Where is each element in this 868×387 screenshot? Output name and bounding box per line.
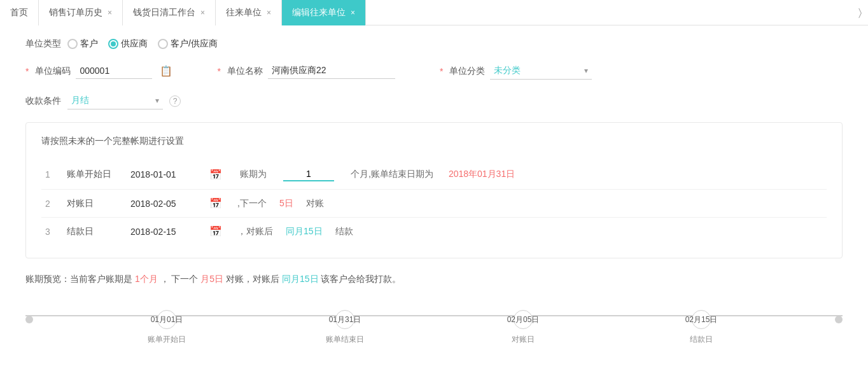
step-date-1: 2018-01-01 — [130, 169, 194, 179]
tab-home[interactable]: 首页 — [0, 0, 39, 25]
tab-home-label: 首页 — [10, 7, 28, 18]
code-name-row: * 单位编码 📋 * 单位名称 * 单位分类 未分类 ▾ — [25, 62, 843, 80]
step-3-desc-suffix: 结款 — [335, 226, 353, 237]
preview-p2-prefix: 下一个 — [171, 274, 198, 284]
timeline-dot-end — [835, 316, 843, 323]
timeline-label-2: 账单结束日 — [326, 334, 364, 345]
timeline-points: 01月01日 账单开始日 01月31日 账单结束日 02月05日 对账日 — [25, 310, 843, 345]
step-1-calendar-icon[interactable]: 📅 — [209, 169, 222, 181]
preview-p2: 月5日 — [200, 274, 223, 284]
tab-sales-history-label: 销售订单历史 — [49, 7, 102, 18]
category-value: 未分类 — [494, 65, 580, 76]
timeline-point-4: 02月15日 结款日 — [657, 310, 746, 345]
payment-arrow-icon: ▾ — [155, 96, 159, 105]
step-date-2: 2018-02-05 — [130, 199, 194, 209]
timeline-circle-3: 02月05日 — [514, 310, 533, 329]
preview-p2-suffix: 对账，对账后 — [226, 274, 279, 284]
radio-supplier[interactable]: 供应商 — [108, 38, 148, 50]
unit-type-label: 单位类型 — [25, 38, 61, 50]
tabs-right-arrow[interactable]: 〉 — [852, 7, 868, 18]
step-3-desc-highlight: 同月15日 — [286, 226, 323, 237]
timeline-label-4: 结款日 — [690, 334, 713, 345]
tab-partner-close[interactable]: × — [267, 8, 271, 17]
tab-cash-work-close[interactable]: × — [200, 8, 205, 17]
radio-both-circle — [158, 39, 168, 49]
timeline-label-3: 对账日 — [512, 334, 535, 345]
unit-type-row: 单位类型 客户 供应商 客户/供应商 — [25, 38, 843, 50]
timeline-date-1: 01月01日 — [151, 314, 183, 325]
payment-select[interactable]: 月结 ▾ — [67, 92, 163, 109]
timeline-circle-1: 01月01日 — [157, 310, 176, 329]
payment-help-icon[interactable]: ? — [169, 95, 181, 107]
tab-sales-history-close[interactable]: × — [108, 8, 112, 17]
page-content: 单位类型 客户 供应商 客户/供应商 * 单位编码 📋 * 单位名称 — [0, 25, 868, 387]
step-1-period-label: 账期为 — [240, 169, 267, 180]
step-num-3: 3 — [41, 227, 54, 237]
step-row-3: 3 结款日 2018-02-15 📅 ，对账后 同月15日 结款 — [41, 218, 827, 245]
step-3-calendar-icon[interactable]: 📅 — [209, 225, 222, 237]
tab-edit-partner-close[interactable]: × — [351, 8, 355, 17]
radio-customer[interactable]: 客户 — [67, 38, 98, 50]
preview-text: 账期预览：当前客户账期是 1个月 ， 下一个 月5日 对账，对账后 同月15日 … — [25, 271, 843, 287]
timeline-date-2: 01月31日 — [329, 314, 361, 325]
step-row-1: 1 账单开始日 2018-01-01 📅 账期为 个月,账单结束日期为 2018… — [41, 160, 827, 190]
tab-sales-history[interactable]: 销售订单历史 × — [39, 0, 123, 25]
payment-label: 收款条件 — [25, 95, 61, 107]
category-arrow-icon: ▾ — [584, 66, 588, 75]
timeline-point-2: 01月31日 账单结束日 — [300, 310, 389, 345]
radio-supplier-label: 供应商 — [121, 38, 148, 50]
tab-cash-work[interactable]: 钱货日清工作台 × — [123, 0, 216, 25]
code-group: * 单位编码 📋 — [25, 63, 172, 79]
step-2-desc-prefix: ,下一个 — [237, 198, 267, 209]
timeline-label-1: 账单开始日 — [148, 334, 186, 345]
payment-row: 收款条件 月结 ▾ ? — [25, 92, 843, 109]
code-required: * — [25, 66, 29, 76]
section-title: 请按照未来的一个完整帐期进行设置 — [41, 136, 827, 147]
step-2-calendar-icon[interactable]: 📅 — [209, 197, 222, 209]
payment-value: 月结 — [71, 95, 151, 106]
step-date-3: 2018-02-15 — [130, 227, 194, 237]
tab-partner-label: 往来单位 — [226, 7, 262, 18]
period-value-input[interactable] — [283, 167, 334, 181]
radio-both[interactable]: 客户/供应商 — [158, 38, 218, 50]
tab-partner[interactable]: 往来单位 × — [216, 0, 282, 25]
step-label-2: 对账日 — [67, 198, 118, 209]
timeline-date-3: 02月05日 — [507, 314, 540, 325]
name-group: * 单位名称 — [217, 63, 395, 79]
step-3-desc-prefix: ，对账后 — [237, 226, 273, 237]
tabs-bar: 首页 销售订单历史 × 钱货日清工作台 × 往来单位 × 编辑往来单位 × 〉 — [0, 0, 868, 25]
preview-p3-suffix: 该客户会给我打款。 — [321, 274, 401, 284]
tab-edit-partner-label: 编辑往来单位 — [292, 7, 346, 18]
category-select[interactable]: 未分类 ▾ — [490, 62, 592, 80]
period-section: 请按照未来的一个完整帐期进行设置 1 账单开始日 2018-01-01 📅 账期… — [25, 122, 843, 258]
radio-supplier-circle — [108, 39, 118, 49]
timeline-dot-start — [25, 316, 33, 323]
preview-p3: 同月15日 — [282, 274, 319, 284]
step-num-2: 2 — [41, 199, 54, 209]
copy-icon[interactable]: 📋 — [160, 65, 172, 77]
timeline-point-3: 02月05日 对账日 — [479, 310, 568, 345]
tab-edit-partner[interactable]: 编辑往来单位 × — [282, 0, 366, 25]
step-label-3: 结款日 — [67, 226, 118, 237]
timeline-circle-2: 01月31日 — [335, 310, 354, 329]
radio-customer-circle — [67, 39, 78, 49]
name-input[interactable] — [268, 63, 395, 79]
timeline-date-4: 02月15日 — [685, 314, 718, 325]
timeline-point-1: 01月01日 账单开始日 — [122, 310, 211, 345]
category-group: * 单位分类 未分类 ▾ — [440, 62, 592, 80]
step-label-1: 账单开始日 — [67, 169, 118, 180]
code-input[interactable] — [76, 63, 152, 79]
step-1-period-unit: 个月,账单结束日期为 — [351, 169, 433, 180]
step-row-2: 2 对账日 2018-02-05 📅 ,下一个 5日 对账 — [41, 190, 827, 218]
preview-p1: 1个月 — [135, 274, 158, 284]
preview-label: 账期预览：当前客户账期是 — [25, 274, 132, 284]
step-2-desc-highlight: 5日 — [279, 198, 293, 209]
radio-both-label: 客户/供应商 — [171, 38, 218, 50]
step-num-1: 1 — [41, 169, 54, 179]
radio-group-unit-type: 客户 供应商 客户/供应商 — [67, 38, 218, 50]
code-label: 单位编码 — [35, 66, 71, 77]
radio-customer-label: 客户 — [80, 38, 98, 50]
step-2-desc-suffix: 对账 — [306, 198, 324, 209]
tab-cash-work-label: 钱货日清工作台 — [133, 7, 195, 18]
timeline-circle-4: 02月15日 — [692, 310, 711, 329]
